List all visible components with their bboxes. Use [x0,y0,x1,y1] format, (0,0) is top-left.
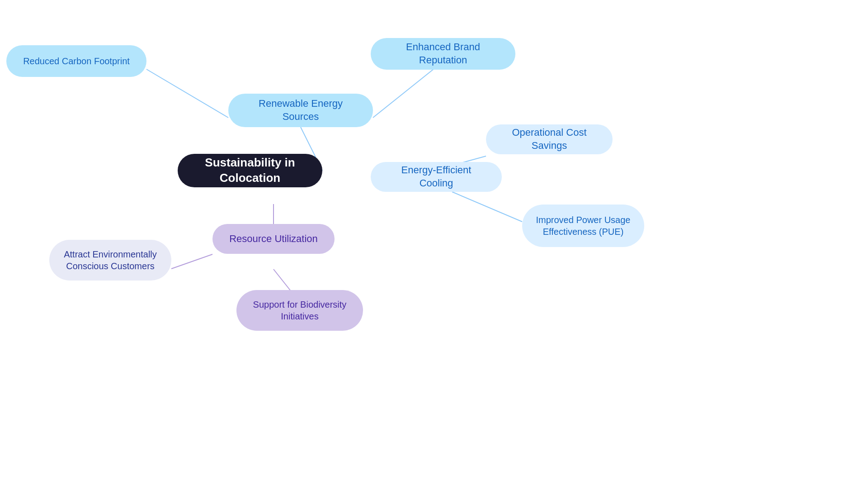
enhanced-brand-node: Enhanced Brand Reputation [371,38,515,70]
energy-cooling-node: Energy-Efficient Cooling [371,162,502,192]
svg-line-2 [373,62,443,118]
svg-line-1 [146,69,228,118]
attract-customers-node: Attract Environmentally Conscious Custom… [49,240,171,281]
resource-utilization-node: Resource Utilization [212,224,335,254]
svg-line-8 [171,254,212,269]
biodiversity-node: Support for Biodiversity Initiatives [236,290,363,331]
center-node: Sustainability in Colocation [178,154,322,187]
operational-cost-node: Operational Cost Savings [486,124,613,154]
svg-line-6 [452,192,522,222]
mindmap-container: Sustainability in Colocation Renewable E… [0,0,868,490]
improved-pue-node: Improved Power Usage Effectiveness (PUE) [522,205,644,247]
renewable-energy-node: Renewable Energy Sources [228,94,373,127]
reduced-carbon-node: Reduced Carbon Footprint [6,45,146,77]
